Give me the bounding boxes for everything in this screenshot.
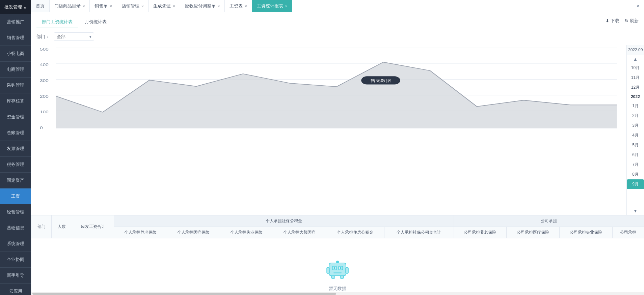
timeline-item-6月[interactable]: 6月	[627, 150, 644, 160]
timeline-item-1月[interactable]: 1月	[627, 101, 644, 111]
action-buttons: ⬇ 下载 ↻ 刷新	[606, 18, 639, 27]
sidebar-item-经营管理[interactable]: 经营管理	[0, 204, 31, 220]
download-button[interactable]: ⬇ 下载	[606, 18, 619, 24]
download-icon: ⬇	[606, 18, 609, 23]
svg-text:0: 0	[40, 126, 43, 130]
no-data-label: 暂无数据	[329, 286, 346, 292]
tab-close-icon[interactable]: ×	[110, 4, 112, 8]
sidebar-item-库存核算[interactable]: 库存核算	[0, 93, 31, 109]
sidebar-arrow-icon: ▲	[23, 5, 27, 9]
svg-rect-24	[346, 267, 348, 273]
sidebar-title: 批发管理	[4, 4, 22, 10]
tab-工资统计报表[interactable]: 工资统计报表×	[252, 0, 292, 12]
col-公司承担养老保险: 公司承担养老保险	[454, 227, 507, 238]
timeline-item-10月[interactable]: 10月	[627, 63, 644, 73]
tab-生成凭证[interactable]: 生成凭证×	[149, 0, 180, 12]
tab-close-icon[interactable]: ×	[218, 4, 220, 8]
tabs-container: 首页门店商品目录×销售单×店铺管理×生成凭证×应收应付调整单×工资表×工资统计报…	[31, 0, 632, 12]
sidebar-item-采购管理[interactable]: 采购管理	[0, 78, 31, 93]
tab-店铺管理[interactable]: 店铺管理×	[117, 0, 149, 12]
timeline-item-7月[interactable]: 7月	[627, 160, 644, 170]
timeline-item-3月[interactable]: 3月	[627, 121, 644, 130]
subtabs-container: 部门工资统计表月份统计表	[36, 16, 112, 28]
subtab-部门工资统计表[interactable]: 部门工资统计表	[36, 16, 78, 28]
subtab-月份统计表[interactable]: 月份统计表	[79, 16, 112, 28]
svg-point-19	[340, 267, 342, 269]
tab-close-icon[interactable]: ×	[245, 4, 247, 8]
timeline-up-button[interactable]: ▲	[627, 55, 644, 63]
tab-label: 工资统计报表	[257, 3, 283, 9]
timeline-down-button[interactable]: ▼	[627, 207, 644, 215]
sidebar-item-固定资产[interactable]: 固定资产	[0, 173, 31, 188]
chart-area: 500 400 300 200 100 0	[31, 45, 626, 215]
sub-tabs: 部门工资统计表月份统计表 ⬇ 下载 ↻ 刷新	[31, 12, 644, 28]
tab-label: 工资表	[230, 3, 243, 9]
sidebar: 批发管理 ▲ 营销推广销售管理小畅电商电商管理采购管理库存核算资金管理总账管理发…	[0, 0, 31, 295]
sidebar-item-资金管理[interactable]: 资金管理	[0, 109, 31, 125]
timeline-item-5月[interactable]: 5月	[627, 140, 644, 150]
col-个人承担住房公积金: 个人承担住房公积金	[326, 227, 384, 238]
svg-rect-20	[333, 272, 342, 273]
col-公司承担医疗保险: 公司承担医疗保险	[507, 227, 560, 238]
refresh-button[interactable]: ↻ 刷新	[625, 18, 639, 24]
sidebar-item-基础信息[interactable]: 基础信息	[0, 220, 31, 236]
tab-首页[interactable]: 首页	[31, 0, 50, 12]
col-salary: 应发工资合计	[72, 215, 114, 238]
refresh-icon: ↻	[625, 18, 628, 23]
sidebar-item-企业协同[interactable]: 企业协同	[0, 252, 31, 268]
sidebar-item-营销推广[interactable]: 营销推广	[0, 14, 31, 30]
main-content: 首页门店商品目录×销售单×店铺管理×生成凭证×应收应付调整单×工资表×工资统计报…	[31, 0, 644, 295]
table-wrapper: 部门 人数 应发工资合计 个人承担社保公积金 公司承担 个人承担养老保险个人承担…	[31, 215, 644, 292]
col-group-company: 公司承担	[454, 215, 644, 227]
timeline-item-8月[interactable]: 8月	[627, 170, 644, 179]
col-group-personal: 个人承担社保公积金	[114, 215, 454, 227]
tab-label: 销售单	[95, 3, 108, 9]
timeline-item-9月[interactable]: 9月	[627, 179, 644, 189]
download-label: 下载	[611, 18, 619, 24]
tab-label: 门店商品目录	[54, 3, 81, 9]
timeline-item-12月[interactable]: 12月	[627, 83, 644, 92]
no-data-cell: 暂无数据	[31, 238, 644, 293]
content-area: 部门工资统计表月份统计表 ⬇ 下载 ↻ 刷新 部门： 全部销售部采购部财务部仓储…	[31, 12, 644, 295]
col-个人承担医疗保险: 个人承担医疗保险	[167, 227, 220, 238]
timeline-item-2月[interactable]: 2月	[627, 111, 644, 121]
refresh-label: 刷新	[630, 18, 639, 24]
horizontal-scrollbar[interactable]	[32, 293, 336, 295]
sidebar-item-云应用[interactable]: 云应用	[0, 284, 31, 295]
sidebar-header[interactable]: 批发管理 ▲	[0, 0, 31, 14]
svg-text:100: 100	[40, 110, 49, 114]
col-个人承担社保公积金合计: 个人承担社保公积金合计	[384, 227, 454, 238]
tab-close-icon[interactable]: ×	[141, 4, 143, 8]
col-个人承担养老保险: 个人承担养老保险	[114, 227, 167, 238]
tab-销售单[interactable]: 销售单×	[90, 0, 117, 12]
sidebar-item-小畅电商[interactable]: 小畅电商	[0, 46, 31, 62]
tab-门店商品目录[interactable]: 门店商品目录×	[50, 0, 90, 12]
tab-bar: 首页门店商品目录×销售单×店铺管理×生成凭证×应收应付调整单×工资表×工资统计报…	[31, 0, 644, 12]
department-select-wrapper: 全部销售部采购部财务部仓储部	[54, 32, 94, 41]
tab-close-icon[interactable]: ×	[285, 4, 287, 8]
col-people: 人数	[52, 215, 72, 238]
tab-应收应付调整单[interactable]: 应收应付调整单×	[180, 0, 225, 12]
sidebar-item-新手引导[interactable]: 新手引导	[0, 268, 31, 284]
filter-row: 部门： 全部销售部采购部财务部仓储部	[31, 28, 644, 45]
svg-point-18	[333, 267, 336, 269]
sidebar-items: 营销推广销售管理小畅电商电商管理采购管理库存核算资金管理总账管理发票管理税务管理…	[0, 14, 31, 295]
sidebar-item-总账管理[interactable]: 总账管理	[0, 125, 31, 141]
sidebar-item-系统管理[interactable]: 系统管理	[0, 236, 31, 252]
tab-close-all-button[interactable]: ✕	[632, 0, 644, 12]
timeline-item-11月[interactable]: 11月	[627, 73, 644, 83]
sidebar-item-销售管理[interactable]: 销售管理	[0, 30, 31, 46]
sidebar-item-税务管理[interactable]: 税务管理	[0, 157, 31, 173]
svg-text:200: 200	[40, 94, 49, 98]
svg-text:500: 500	[40, 47, 49, 51]
sidebar-item-工资[interactable]: 工资	[0, 188, 31, 204]
tab-工资表[interactable]: 工资表×	[225, 0, 252, 12]
svg-rect-25	[331, 276, 335, 278]
department-select[interactable]: 全部销售部采购部财务部仓储部	[54, 32, 94, 41]
timeline-item-2022[interactable]: 2022	[627, 92, 644, 101]
tab-close-icon[interactable]: ×	[173, 4, 175, 8]
timeline-item-4月[interactable]: 4月	[627, 130, 644, 140]
tab-close-icon[interactable]: ×	[83, 4, 85, 8]
sidebar-item-电商管理[interactable]: 电商管理	[0, 62, 31, 78]
sidebar-item-发票管理[interactable]: 发票管理	[0, 141, 31, 157]
